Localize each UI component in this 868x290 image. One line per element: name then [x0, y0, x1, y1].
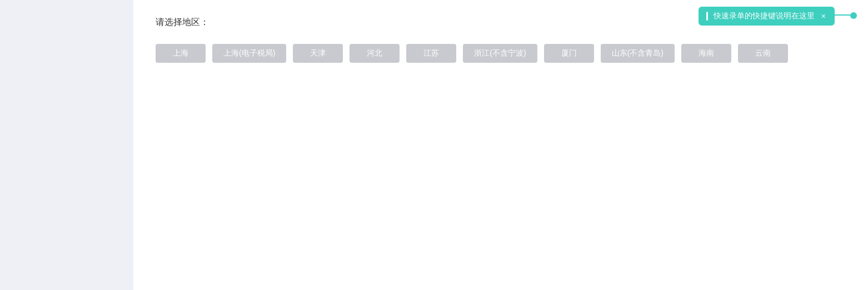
region-button-shanghai[interactable]: 上海: [156, 44, 206, 63]
region-buttons: 上海上海(电子税局)天津河北江苏浙江(不含宁波)厦门山东(不含青岛)海南云南: [156, 44, 846, 63]
region-button-shandong[interactable]: 山东(不含青岛): [601, 44, 675, 63]
tooltip-connector-line: [834, 14, 850, 16]
tooltip-banner: 快速录单的快捷键说明在这里 ×: [699, 7, 835, 26]
region-button-tianjin[interactable]: 天津: [293, 44, 343, 63]
region-button-hainan[interactable]: 海南: [681, 44, 731, 63]
tooltip-text: 快速录单的快捷键说明在这里: [714, 11, 815, 21]
tooltip-close-button[interactable]: ×: [820, 12, 827, 20]
region-button-xiamen[interactable]: 厦门: [544, 44, 594, 63]
region-button-hebei[interactable]: 河北: [350, 44, 400, 63]
sidebar: [0, 0, 133, 290]
main-content: 请选择地区： 上海上海(电子税局)天津河北江苏浙江(不含宁波)厦门山东(不含青岛…: [133, 0, 868, 290]
region-button-jiangsu[interactable]: 江苏: [406, 44, 456, 63]
region-button-shanghai-etax[interactable]: 上海(电子税局): [212, 44, 286, 63]
region-button-yunnan[interactable]: 云南: [738, 44, 788, 63]
region-button-zhejiang[interactable]: 浙江(不含宁波): [463, 44, 537, 63]
tooltip-dot: [850, 12, 857, 19]
tooltip-left-bar: [706, 12, 708, 21]
